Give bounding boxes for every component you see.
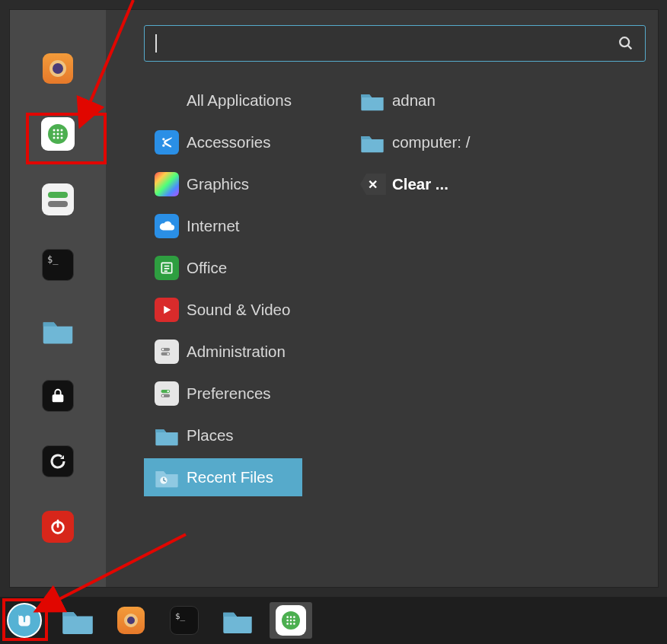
folder-icon — [360, 130, 385, 155]
apps-grid-icon — [276, 605, 306, 636]
lock-icon — [42, 380, 74, 412]
svg-point-11 — [620, 37, 629, 46]
recent-item-computer-root[interactable]: computer: / — [349, 123, 481, 161]
application-menu: $_ — [9, 9, 659, 588]
category-label: Office — [187, 259, 227, 277]
scissors-icon — [155, 130, 179, 155]
sidebar-lock[interactable] — [41, 379, 75, 413]
category-label: All Applications — [187, 91, 292, 110]
category-recent-files[interactable]: Recent Files — [144, 458, 302, 496]
category-sound-video[interactable]: Sound & Video — [144, 291, 302, 329]
settings-toggle-icon — [42, 183, 74, 215]
svg-point-6 — [53, 137, 56, 139]
office-icon — [155, 256, 179, 280]
firefox-icon — [43, 53, 73, 84]
play-icon — [155, 298, 179, 322]
power-icon — [42, 511, 74, 543]
category-label: Graphics — [187, 175, 249, 193]
folder-icon — [360, 88, 385, 113]
svg-point-29 — [286, 620, 289, 622]
recent-folder-icon — [155, 465, 179, 489]
categories-list: All Applications Accessories Graphics — [144, 81, 302, 500]
firefox-icon — [117, 607, 145, 634]
search-box[interactable] — [144, 25, 646, 62]
svg-point-24 — [162, 395, 164, 397]
clear-icon: ✕ — [360, 174, 386, 195]
category-all-applications[interactable]: All Applications — [144, 81, 302, 120]
svg-point-28 — [293, 616, 295, 618]
sidebar-settings[interactable] — [41, 183, 75, 216]
svg-point-34 — [293, 623, 295, 625]
category-label: Internet — [187, 217, 240, 235]
taskbar-show-desktop[interactable] — [56, 602, 99, 639]
category-administration[interactable]: Administration — [144, 333, 302, 371]
svg-point-3 — [53, 133, 56, 135]
category-label: Places — [187, 426, 234, 445]
svg-point-31 — [293, 620, 295, 622]
taskbar-menu-button[interactable] — [3, 602, 46, 639]
folder-icon — [155, 423, 179, 448]
sidebar-terminal[interactable]: $_ — [41, 248, 75, 282]
svg-point-7 — [57, 137, 59, 139]
terminal-icon: $_ — [42, 249, 74, 281]
taskbar: $_ — [0, 597, 667, 644]
svg-point-22 — [167, 391, 169, 393]
sidebar-files[interactable] — [41, 314, 75, 347]
category-label: Accessories — [187, 133, 271, 151]
recent-item-clear[interactable]: ✕ Clear ... — [349, 165, 481, 203]
apps-grid-icon — [41, 117, 75, 151]
recent-item-label: Clear ... — [392, 175, 448, 193]
svg-point-1 — [57, 129, 59, 132]
taskbar-terminal[interactable]: $_ — [163, 602, 206, 639]
category-internet[interactable]: Internet — [144, 207, 302, 245]
recent-items-list: adnan computer: / ✕ Clear ... — [349, 81, 481, 500]
svg-point-20 — [167, 353, 169, 355]
cloud-icon — [155, 214, 179, 238]
category-places[interactable]: Places — [144, 416, 302, 454]
sidebar-all-apps[interactable] — [41, 117, 75, 151]
category-accessories[interactable]: Accessories — [144, 123, 302, 161]
sidebar-firefox[interactable] — [41, 52, 75, 85]
svg-line-12 — [628, 46, 632, 49]
svg-point-8 — [61, 137, 63, 139]
svg-point-2 — [61, 129, 63, 132]
sidebar-logout[interactable] — [41, 445, 75, 478]
folder-icon — [61, 607, 94, 634]
recent-item-label: computer: / — [392, 133, 471, 151]
logout-icon — [42, 445, 74, 477]
category-label: Sound & Video — [187, 301, 290, 319]
category-office[interactable]: Office — [144, 249, 302, 287]
svg-point-33 — [290, 623, 292, 625]
category-graphics[interactable]: Graphics — [144, 165, 302, 203]
sidebar-power[interactable] — [41, 510, 75, 544]
svg-point-18 — [162, 349, 164, 351]
folder-icon — [42, 317, 74, 344]
menu-main: All Applications Accessories Graphics — [106, 10, 658, 587]
taskbar-files[interactable] — [216, 602, 259, 639]
svg-point-32 — [286, 623, 289, 625]
taskbar-apps-grid[interactable] — [270, 602, 312, 639]
text-cursor — [155, 34, 157, 53]
svg-point-30 — [290, 620, 292, 622]
svg-point-4 — [57, 133, 59, 135]
svg-point-26 — [286, 616, 289, 618]
svg-point-0 — [53, 129, 56, 132]
search-icon — [618, 35, 634, 52]
category-preferences[interactable]: Preferences — [144, 375, 302, 413]
preferences-icon — [155, 381, 179, 406]
category-label: Administration — [187, 343, 286, 361]
terminal-icon: $_ — [170, 606, 199, 635]
favorites-sidebar: $_ — [10, 10, 106, 587]
svg-point-5 — [61, 133, 63, 135]
svg-point-27 — [290, 616, 292, 618]
mint-logo-icon — [7, 603, 42, 638]
rainbow-icon — [155, 172, 179, 196]
folder-icon — [222, 607, 254, 633]
recent-item-adnan[interactable]: adnan — [349, 81, 481, 120]
taskbar-firefox[interactable] — [110, 602, 152, 639]
admin-icon — [155, 340, 179, 364]
search-input[interactable] — [160, 35, 618, 53]
recent-item-label: adnan — [392, 91, 436, 110]
category-label: Recent Files — [187, 468, 273, 486]
category-label: Preferences — [187, 384, 271, 403]
